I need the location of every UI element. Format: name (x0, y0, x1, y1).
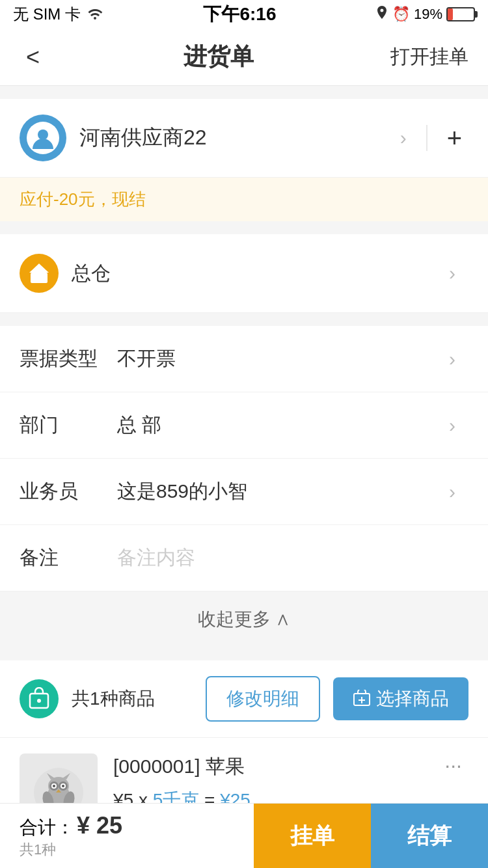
svg-point-15 (53, 785, 55, 787)
product-more-button[interactable]: ··· (438, 753, 468, 778)
edit-detail-button[interactable]: 修改明细 (206, 676, 320, 722)
open-pending-button[interactable]: 打开挂单 (390, 44, 468, 70)
product-name: [0000001] 苹果 (113, 753, 438, 780)
supplier-chevron-icon: › (400, 127, 407, 149)
back-button[interactable]: < (20, 37, 46, 77)
department-row[interactable]: 部门 总 部 › (0, 392, 488, 459)
product-count: 共1种商品 (72, 686, 206, 711)
warehouse-chevron-icon: › (449, 262, 455, 284)
total-amount: ¥ 25 (77, 812, 122, 839)
supplier-avatar-icon (27, 122, 59, 154)
bill-type-chevron-icon: › (449, 348, 455, 370)
form-section: 票据类型 不开票 › 部门 总 部 › 业务员 这是859的小智 › 备注 备注… (0, 326, 488, 591)
page-title: 进货单 (183, 41, 254, 73)
svg-point-0 (38, 129, 48, 140)
status-time: 下午6:16 (203, 2, 276, 27)
svg-point-16 (62, 785, 64, 787)
bill-type-row[interactable]: 票据类型 不开票 › (0, 326, 488, 392)
status-right: ⏰ 19% (375, 6, 475, 23)
bill-type-label: 票据类型 (20, 346, 117, 372)
svg-point-4 (37, 699, 41, 703)
battery-icon (446, 7, 475, 21)
select-product-button[interactable]: 选择商品 (333, 677, 468, 720)
svg-rect-1 (31, 273, 47, 283)
supplier-name: 河南供应商22 (79, 124, 387, 152)
carrier-text: 无 SIM 卡 (13, 4, 81, 25)
bill-type-value: 不开票 (117, 346, 436, 372)
department-label: 部门 (20, 412, 117, 439)
collapse-button[interactable]: 收起更多 ∧ (0, 591, 488, 647)
supplier-section: 河南供应商22 › + 应付-20元，现结 (0, 99, 488, 221)
supplier-divider (426, 125, 427, 151)
warehouse-section: 总仓 › (0, 234, 488, 313)
product-header: 共1种商品 修改明细 选择商品 (0, 660, 488, 738)
salesman-label: 业务员 (20, 478, 117, 505)
wifi-icon (86, 5, 104, 23)
total-count: 共1种 (20, 840, 234, 860)
location-icon (375, 6, 388, 23)
battery-text: 19% (414, 6, 442, 23)
remark-input[interactable]: 备注内容 (117, 545, 468, 571)
status-bar: 无 SIM 卡 下午6:16 ⏰ 19% (0, 0, 488, 29)
bottom-bar: 合计： ¥ 25 共1种 挂单 结算 (0, 803, 488, 868)
warehouse-row[interactable]: 总仓 › (0, 234, 488, 313)
warehouse-name: 总仓 (72, 260, 436, 287)
select-product-label: 选择商品 (376, 686, 449, 711)
supplier-avatar (20, 115, 66, 161)
status-carrier: 无 SIM 卡 (13, 4, 104, 25)
warehouse-icon (20, 254, 59, 293)
department-chevron-icon: › (449, 414, 455, 437)
total-label: 合计： (20, 815, 74, 840)
svg-marker-2 (29, 264, 49, 273)
supplier-alert: 应付-20元，现结 (0, 178, 488, 221)
salesman-row[interactable]: 业务员 这是859的小智 › (0, 459, 488, 525)
salesman-chevron-icon: › (449, 481, 455, 503)
product-icon (20, 679, 59, 718)
remark-row[interactable]: 备注 备注内容 (0, 525, 488, 591)
nav-bar: < 进货单 打开挂单 (0, 29, 488, 86)
add-supplier-button[interactable]: + (434, 117, 468, 159)
hang-button[interactable]: 挂单 (254, 804, 371, 868)
alarm-icon: ⏰ (392, 6, 410, 23)
remark-label: 备注 (20, 545, 117, 571)
total-section: 合计： ¥ 25 共1种 (0, 804, 254, 868)
checkout-button[interactable]: 结算 (371, 804, 488, 868)
supplier-row[interactable]: 河南供应商22 › + (0, 99, 488, 178)
department-value: 总 部 (117, 412, 436, 439)
product-title: 苹果 (206, 755, 245, 777)
salesman-value: 这是859的小智 (117, 478, 436, 505)
product-code: [0000001] (113, 755, 200, 777)
